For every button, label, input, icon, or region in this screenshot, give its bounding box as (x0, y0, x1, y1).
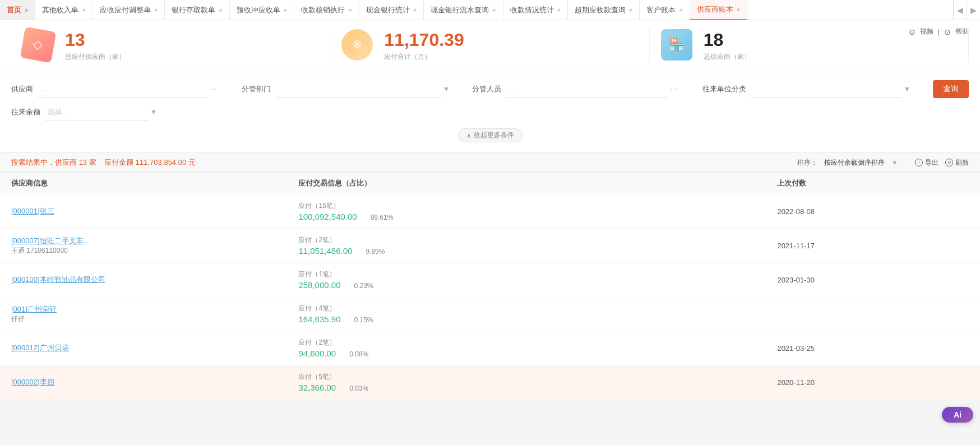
collapse-label: 收起更多条件 (474, 131, 514, 140)
nav-tab-advance-charge[interactable]: 预收冲应收单× (230, 0, 294, 20)
supplier-count: 13 (79, 158, 87, 166)
tx-amount: 32,366.00 (298, 383, 336, 392)
tab-close-advance-charge[interactable]: × (284, 7, 287, 13)
supplier-name-link[interactable]: [000012]广州贝瑞 (11, 343, 298, 353)
refresh-button[interactable]: ↺ 刷新 (945, 158, 969, 168)
supplier-name-link[interactable]: [000100]本特勒油品有限公司 (11, 275, 298, 285)
nav-tab-other-income[interactable]: 其他收入单× (35, 0, 93, 20)
supplier-cell: [000001]张三 (11, 206, 298, 216)
dept-dropdown-arrow[interactable]: ▼ (443, 85, 450, 93)
summary-bar: ◇ 13 总应付供应商（家） ※ 11,170.39 应付合计（万） 🏪 18 … (0, 20, 980, 72)
tx-amount: 100,092,540.00 (298, 212, 357, 221)
supplier-sub: 王通 17106110000 (11, 247, 68, 254)
table-row[interactable]: [000007]恒旺二手叉车 王通 17106110000 应付（2笔） 11,… (0, 229, 980, 263)
table-body: [000001]张三 应付（15笔） 100,092,540.00 89.61%… (0, 194, 980, 400)
person-filter-input[interactable] (506, 81, 668, 98)
dept-filter-input[interactable] (275, 81, 441, 98)
nav-tab-home[interactable]: 首页× (0, 0, 35, 20)
last-pay-date: 2023-01-30 (777, 276, 815, 284)
tx-percentage: 0.03% (349, 384, 368, 392)
tab-close-customer-account[interactable]: × (679, 7, 682, 13)
nav-tab-collection-stat[interactable]: 收款情况统计× (503, 0, 568, 20)
total-supplier-count: 18 (704, 30, 751, 50)
tab-close-overdue-query[interactable]: × (629, 7, 632, 13)
unit-type-input[interactable] (751, 81, 902, 98)
tab-close-payment-review[interactable]: × (348, 7, 352, 13)
person-dots: ··· (668, 84, 680, 94)
nav-tab-payment-review[interactable]: 收款核销执行× (294, 0, 359, 20)
table-header: 供应商信息 应付交易信息（占比） 上次付数 (0, 173, 980, 194)
transaction-cell: 应付（15笔） 100,092,540.00 89.61% (298, 201, 777, 221)
nav-tab-bank-deposit[interactable]: 银行存取款单× (165, 0, 229, 20)
supplier-name-link[interactable]: [000007]恒旺二手叉车 (11, 236, 298, 246)
collapse-button[interactable]: ∧ 收起更多条件 (458, 128, 523, 142)
supplier-name-link[interactable]: [000002]李四 (11, 377, 298, 387)
supplier-dots: ··· (207, 84, 219, 94)
refresh-icon: ↺ (945, 159, 953, 166)
nav-tab-overdue-query[interactable]: 超期应收款查询× (568, 0, 640, 20)
total-ap-label: 应付合计（万） (384, 52, 464, 62)
nav-prev-button[interactable]: ◀ (953, 0, 967, 20)
separator: | (938, 28, 940, 36)
tab-close-supplier-account[interactable]: × (737, 6, 740, 13)
tx-percentage: 89.61% (371, 214, 394, 221)
table-row[interactable]: [001]广州荣轩 仔仔 应付（4笔） 164,635.90 0.15% (0, 297, 980, 331)
tab-close-other-income[interactable]: × (82, 7, 85, 13)
nav-next-button[interactable]: ▶ (967, 0, 980, 20)
nav-tab-supplier-account[interactable]: 供应商账本× (690, 0, 747, 20)
supplier-filter-input[interactable] (38, 81, 207, 98)
sort-select[interactable]: 按应付余额倒序排序 (824, 158, 885, 168)
nav-tab-ap-adjust[interactable]: 应收应付调整单× (93, 0, 165, 20)
tx-amount: 258,000.00 (298, 280, 340, 290)
supplier-name-link[interactable]: [001]广州荣轩 (11, 304, 298, 314)
tab-close-collection-stat[interactable]: × (557, 7, 561, 13)
tx-percentage: 0.23% (354, 282, 373, 290)
filter-dept: 分管部门 ▼ (242, 81, 450, 98)
ap-supplier-count: 13 (65, 30, 126, 50)
table-row[interactable]: [000002]李四 应付（5笔） 32,366.00 0.03% 2020-1… (0, 365, 980, 400)
tab-close-bank-deposit[interactable]: × (219, 7, 222, 13)
chevron-up-icon: ∧ (466, 132, 471, 140)
col-header-lastpay: 上次付数 (777, 178, 969, 188)
table-row[interactable]: [000100]本特勒油品有限公司 应付（1笔） 258,000.00 0.23… (0, 263, 980, 297)
grain-icon: ※ (341, 29, 375, 63)
nav-tab-customer-account[interactable]: 客户账本× (640, 0, 690, 20)
table-row[interactable]: [000012]广州贝瑞 应付（2笔） 94,600.00 0.08% 2021… (0, 331, 980, 365)
tx-amount: 11,051,486.00 (298, 246, 352, 256)
result-actions: 排序： 按应付余额倒序排序 ▼ ↑ 导出 ↺ 刷新 (797, 158, 969, 168)
table-row[interactable]: [000001]张三 应付（15笔） 100,092,540.00 89.61%… (0, 194, 980, 229)
unit-type-arrow[interactable]: ▼ (904, 85, 910, 93)
nav-arrows: ◀ ▶ (953, 0, 980, 20)
balance-dropdown-arrow[interactable]: ▼ (150, 108, 157, 116)
tx-percentage: 0.15% (354, 316, 373, 324)
supplier-name-link[interactable]: [000001]张三 (11, 206, 298, 216)
circle-icon2: ⊙ (944, 27, 951, 36)
nav-tab-cash-bank-stat[interactable]: 现金银行统计× (359, 0, 424, 20)
tab-close-cash-bank-stat[interactable]: × (413, 7, 417, 13)
sort-label: 排序： (797, 158, 817, 168)
export-button[interactable]: ↑ 导出 (915, 158, 939, 168)
transaction-cell: 应付（2笔） 11,051,486.00 9.89% (298, 235, 777, 256)
total-ap-amount: 11,170.39 (384, 30, 464, 50)
tab-close-ap-adjust[interactable]: × (154, 7, 158, 13)
tx-percentage: 9.89% (366, 248, 385, 256)
total-amount: 111,703,854.00 (136, 158, 186, 166)
filter-area: 供应商 ··· 分管部门 ▼ 分管人员 ··· 往来单位分类 ▼ 查询 往来余额 (0, 72, 980, 153)
transaction-cell: 应付（2笔） 94,600.00 0.08% (298, 338, 777, 358)
balance-filter-input[interactable] (45, 104, 148, 120)
circle-icon: ⊙ (909, 27, 916, 36)
query-button[interactable]: 查询 (933, 80, 969, 98)
total-supplier-label: 总供应商（家） (704, 52, 751, 62)
nav-tab-cash-bank-flow[interactable]: 现金银行流水查询× (424, 0, 503, 20)
filter-supplier: 供应商 ··· (11, 81, 219, 98)
filter-unit-type: 往来单位分类 ▼ (702, 81, 910, 98)
tab-close-cash-bank-flow[interactable]: × (492, 7, 496, 13)
tx-label: 应付（15笔） (298, 201, 777, 211)
person-filter-label: 分管人员 (472, 84, 501, 94)
help-link[interactable]: 帮助 (955, 27, 969, 36)
transaction-cell: 应付（4笔） 164,635.90 0.15% (298, 304, 777, 324)
filter-balance: 往来余额 ▼ (11, 104, 157, 120)
video-link[interactable]: 视频 (920, 27, 933, 36)
tab-close-home[interactable]: × (25, 7, 28, 13)
lastpay-cell: 2021-11-17 (777, 242, 969, 250)
